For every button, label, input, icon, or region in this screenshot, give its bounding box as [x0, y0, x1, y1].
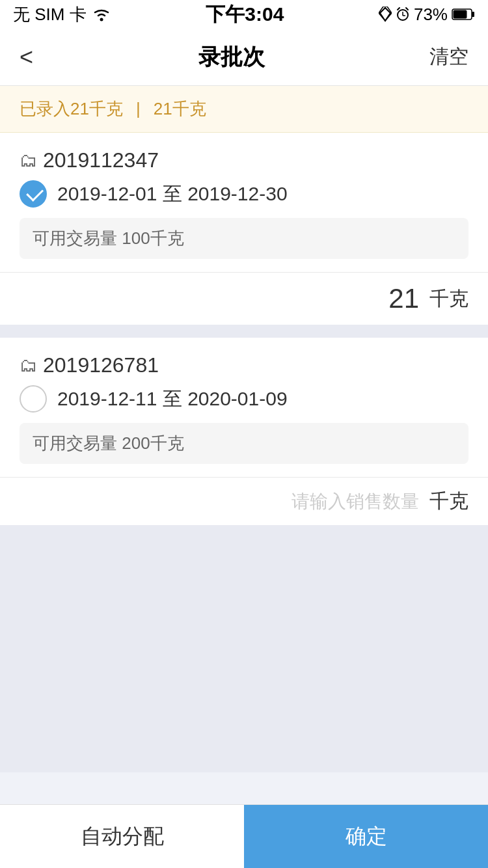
info-banner: 已录入21千克 | 21千克: [0, 86, 488, 133]
page-title: 录批次: [198, 42, 265, 72]
status-left: 无 SIM 卡: [13, 3, 111, 26]
batch-date-2: 2019-12-11 至 2020-01-09: [57, 386, 288, 413]
svg-point-0: [100, 18, 103, 21]
carrier-label: 无 SIM 卡: [13, 3, 87, 26]
battery-percent: 73%: [414, 5, 448, 25]
batch-number-2: 2019126781: [43, 353, 159, 377]
status-right: 73%: [379, 5, 475, 25]
batch-checkbox-2[interactable]: [20, 385, 47, 413]
qty-unit-2: 千克: [429, 488, 468, 515]
qty-value-1[interactable]: 21: [388, 283, 419, 314]
empty-area: [0, 525, 488, 772]
svg-rect-8: [453, 10, 467, 19]
wifi-icon: [92, 7, 111, 21]
svg-line-5: [406, 8, 408, 10]
batch-item-2: 🗂 2019126781 2019-12-11 至 2020-01-09 可用交…: [0, 338, 488, 464]
svg-rect-7: [472, 12, 474, 17]
nav-bar: < 录批次 清空: [0, 29, 488, 86]
content-area: 已录入21千克 | 21千克 🗂 2019112347 2019-12-01 至…: [0, 86, 488, 836]
batch-checkbox-1[interactable]: [20, 180, 47, 208]
available-qty-2: 可用交易量 200千克: [20, 423, 468, 464]
batch-number-1: 2019112347: [43, 148, 159, 172]
batch-date-1: 2019-12-01 至 2019-12-30: [57, 181, 288, 208]
qty-row-2: 请输入销售数量 千克: [0, 477, 488, 525]
available-qty-1: 可用交易量 100千克: [20, 218, 468, 259]
total-label: 21千克: [154, 98, 206, 120]
batch-card-1: 🗂 2019112347 2019-12-01 至 2019-12-30 可用交…: [0, 133, 488, 325]
confirm-button[interactable]: 确定: [244, 805, 488, 868]
batch-date-row-1: 2019-12-01 至 2019-12-30: [20, 180, 468, 208]
auto-distribute-button[interactable]: 自动分配: [0, 805, 244, 868]
batch-header-2: 🗂 2019126781: [20, 353, 468, 377]
batch-item-1: 🗂 2019112347 2019-12-01 至 2019-12-30 可用交…: [0, 133, 488, 259]
clear-button[interactable]: 清空: [429, 44, 468, 70]
batch-card-2: 🗂 2019126781 2019-12-11 至 2020-01-09 可用交…: [0, 338, 488, 525]
qty-unit-1: 千克: [429, 286, 468, 312]
recorded-label: 已录入21千克: [20, 98, 123, 120]
battery-icon: [452, 8, 475, 21]
alarm-icon: [396, 7, 410, 22]
batch-date-row-2: 2019-12-11 至 2020-01-09: [20, 385, 468, 413]
batch-icon-2: 🗂: [20, 355, 38, 376]
info-divider: |: [136, 99, 141, 119]
batch-header-1: 🗂 2019112347: [20, 148, 468, 172]
qty-row-1: 21 千克: [0, 272, 488, 325]
location-icon: [379, 7, 392, 22]
batch-icon-1: 🗂: [20, 150, 38, 171]
status-time: 下午3:04: [206, 1, 284, 28]
section-divider: [0, 325, 488, 338]
back-button[interactable]: <: [20, 44, 33, 71]
status-bar: 无 SIM 卡 下午3:04 73%: [0, 0, 488, 29]
svg-line-4: [398, 8, 400, 10]
qty-placeholder-2[interactable]: 请输入销售数量: [291, 489, 419, 514]
bottom-bar: 自动分配 确定: [0, 804, 488, 868]
